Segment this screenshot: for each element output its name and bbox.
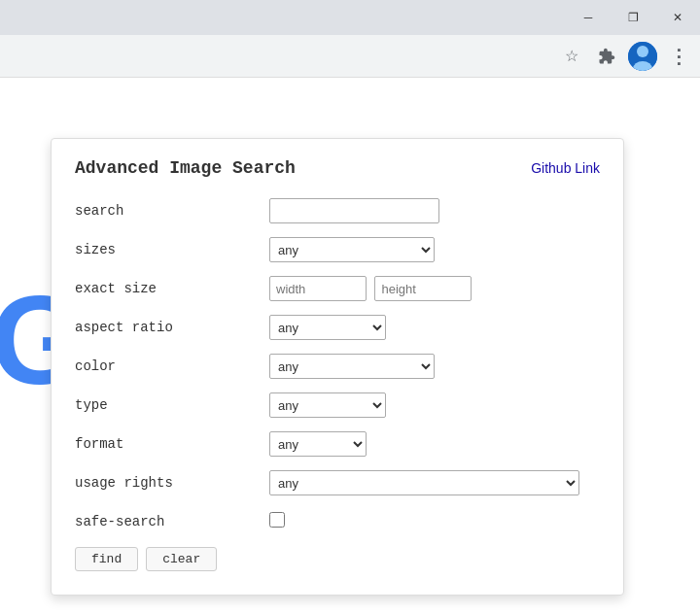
type-label: type	[75, 397, 269, 413]
main-content: Go Advanced Image Search Github Link sea…	[0, 78, 700, 614]
usage-rights-select[interactable]: any labeled for reuse with modification …	[269, 470, 579, 495]
ais-header: Advanced Image Search Github Link	[75, 158, 600, 178]
chrome-toolbar: ☆ ⋮	[0, 35, 700, 78]
find-button[interactable]: find	[75, 547, 138, 571]
svg-point-1	[637, 46, 648, 57]
sizes-select[interactable]: any large medium icon	[269, 237, 435, 262]
search-label: search	[75, 203, 269, 219]
format-control: any jpg gif png bmp svg webp ico raw	[269, 431, 600, 457]
close-button[interactable]: ✕	[655, 0, 700, 35]
safe-search-control	[269, 512, 600, 531]
usage-rights-row: usage rights any labeled for reuse with …	[75, 469, 600, 496]
color-select[interactable]: any color grayscale transparent	[269, 354, 435, 379]
window-controls: ─ ❐ ✕	[566, 0, 700, 35]
title-bar: ─ ❐ ✕	[0, 0, 700, 35]
format-label: format	[75, 436, 269, 452]
exact-size-label: exact size	[75, 281, 269, 296]
safe-search-row: safe-search	[75, 508, 600, 535]
sizes-control: any large medium icon	[269, 237, 600, 262]
width-input[interactable]	[269, 276, 367, 301]
safe-search-checkbox[interactable]	[269, 512, 285, 528]
search-control	[269, 198, 600, 223]
type-control: any face photo clip art line drawing ani…	[269, 392, 600, 418]
exact-size-control	[269, 276, 600, 301]
sizes-label: sizes	[75, 242, 269, 257]
type-row: type any face photo clip art line drawin…	[75, 392, 600, 419]
format-row: format any jpg gif png bmp svg webp ico …	[75, 430, 600, 458]
usage-rights-label: usage rights	[75, 475, 269, 491]
sizes-row: sizes any large medium icon	[75, 236, 600, 263]
menu-icon[interactable]: ⋮	[665, 43, 692, 70]
color-row: color any color grayscale transparent	[75, 353, 600, 380]
safe-search-label: safe-search	[75, 514, 269, 529]
height-input[interactable]	[374, 276, 472, 301]
usage-rights-control: any labeled for reuse with modification …	[269, 470, 600, 495]
profile-avatar[interactable]	[628, 42, 657, 71]
ais-title: Advanced Image Search	[75, 158, 296, 178]
search-input[interactable]	[269, 198, 439, 223]
aspect-ratio-control: any tall square wide panoramic	[269, 315, 600, 340]
extension-icon[interactable]	[593, 43, 620, 70]
clear-button[interactable]: clear	[146, 547, 217, 571]
aspect-ratio-row: aspect ratio any tall square wide panora…	[75, 314, 600, 341]
ais-buttons: find clear	[75, 547, 600, 571]
format-select[interactable]: any jpg gif png bmp svg webp ico raw	[269, 431, 367, 457]
exact-size-row: exact size	[75, 275, 600, 302]
type-select[interactable]: any face photo clip art line drawing ani…	[269, 392, 386, 418]
star-icon[interactable]: ☆	[558, 43, 585, 70]
github-link[interactable]: Github Link	[531, 160, 600, 176]
color-control: any color grayscale transparent	[269, 354, 600, 379]
minimize-button[interactable]: ─	[566, 0, 611, 35]
aspect-ratio-label: aspect ratio	[75, 320, 269, 335]
ais-popup: Advanced Image Search Github Link search…	[51, 138, 624, 596]
aspect-ratio-select[interactable]: any tall square wide panoramic	[269, 315, 386, 340]
restore-button[interactable]: ❐	[611, 0, 655, 35]
color-label: color	[75, 358, 269, 374]
search-row: search	[75, 197, 600, 224]
